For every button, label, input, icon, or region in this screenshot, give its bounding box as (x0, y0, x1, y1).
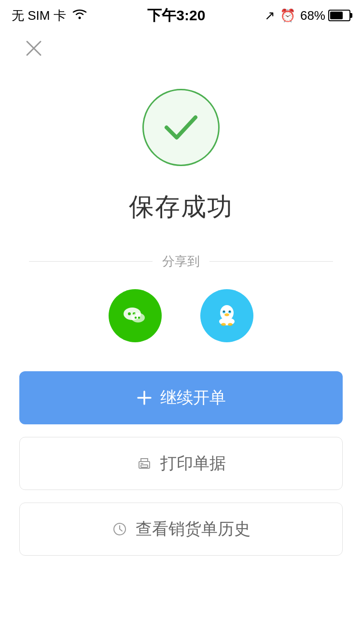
history-label: 查看销货单历史 (136, 518, 251, 540)
location-icon: ↗ (265, 8, 275, 23)
status-carrier: 无 SIM 卡 (12, 7, 88, 24)
svg-point-7 (135, 317, 137, 319)
svg-point-8 (138, 317, 140, 319)
printer-icon (136, 455, 153, 472)
clock-icon (111, 521, 128, 537)
success-icon-circle (142, 89, 220, 166)
svg-point-16 (221, 323, 226, 326)
battery: 68% (300, 8, 350, 23)
svg-point-17 (228, 323, 233, 326)
qq-share-button[interactable] (200, 289, 253, 342)
continue-order-label: 继续开单 (160, 387, 226, 409)
battery-icon (328, 10, 350, 21)
share-divider: 分享到 (0, 253, 362, 270)
plus-icon (136, 390, 153, 406)
divider-line-right (209, 261, 333, 262)
close-button[interactable] (21, 36, 46, 61)
alarm-icon: ⏰ (280, 8, 295, 23)
continue-order-button[interactable]: 继续开单 (19, 371, 343, 424)
status-bar: 无 SIM 卡 下午3:20 ↗ ⏰ 68% (0, 0, 362, 31)
svg-point-4 (128, 312, 131, 315)
svg-point-0 (78, 16, 81, 19)
wechat-share-button[interactable] (109, 289, 162, 342)
actions-section: 继续开单 打印单据 查看销货单历史 (0, 371, 362, 556)
success-title: 保存成功 (129, 190, 233, 224)
share-icons (109, 289, 253, 342)
divider-line-left (29, 261, 153, 262)
status-time: 下午3:20 (147, 6, 205, 26)
svg-point-15 (224, 313, 229, 316)
svg-point-13 (223, 311, 225, 312)
main-content: 保存成功 分享到 (0, 31, 362, 556)
share-label: 分享到 (162, 253, 200, 270)
svg-rect-21 (141, 465, 148, 467)
svg-point-14 (229, 311, 231, 312)
wifi-icon (71, 8, 88, 24)
status-right: ↗ ⏰ 68% (265, 8, 350, 23)
print-label: 打印单据 (160, 452, 226, 475)
view-history-button[interactable]: 查看销货单历史 (19, 503, 343, 556)
share-section: 分享到 (0, 253, 362, 342)
print-button[interactable]: 打印单据 (19, 437, 343, 490)
